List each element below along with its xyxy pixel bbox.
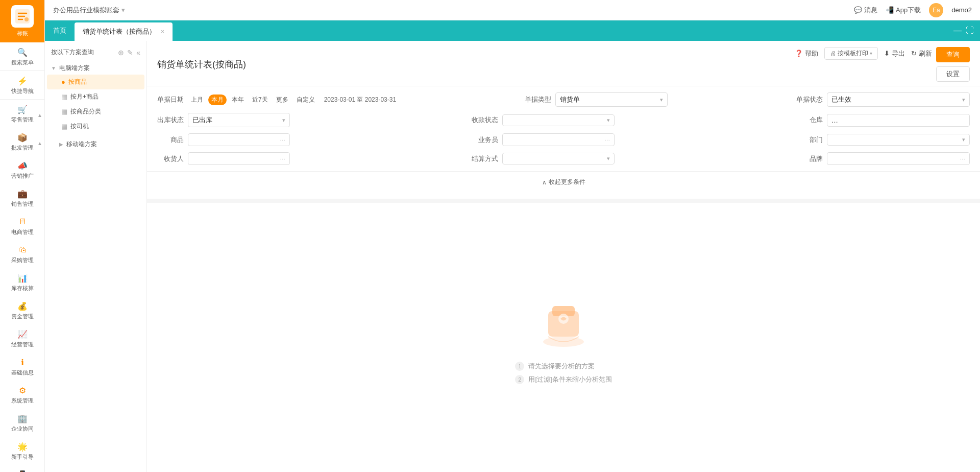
query-btn[interactable]: 查询: [936, 47, 970, 62]
user-avatar[interactable]: Ea: [929, 3, 943, 17]
product-label: 商品: [157, 135, 184, 145]
logo[interactable]: 标账: [0, 0, 44, 42]
topbar-arrow: ▾: [121, 6, 125, 14]
right-main: 销货单统计表(按商品) ❓ 帮助 🖨 按模板打印: [147, 41, 980, 472]
help-label: 帮助: [805, 49, 818, 58]
help-btn[interactable]: ❓ 帮助: [795, 49, 818, 58]
sales-label: 销售管理: [11, 200, 34, 208]
scheme-add-btn[interactable]: ⊕: [118, 49, 124, 57]
logo-icon: [11, 5, 34, 28]
sales-icon: 💼: [17, 188, 28, 199]
scheme-section-pc-header[interactable]: ▼ 电脑端方案: [45, 62, 146, 75]
tab-maximize-btn[interactable]: ⛶: [966, 26, 974, 35]
scheme-edit-btn[interactable]: ✎: [127, 49, 133, 57]
quick-nav-item[interactable]: ⚡ 快捷导航: [0, 71, 44, 100]
export-btn[interactable]: ⬇ 导出: [884, 49, 905, 58]
date-tab-more[interactable]: 更多: [273, 95, 291, 105]
tab-home[interactable]: 首页: [45, 20, 75, 41]
wholesale-icon: 📦: [17, 132, 28, 143]
nav-icon: ⚡: [17, 75, 28, 86]
settings-btn[interactable]: 设置: [936, 66, 970, 82]
tab-sales-stat[interactable]: 销货单统计表（按商品） ×: [75, 22, 173, 41]
scheme-section-mobile-header[interactable]: ▶ 移动端方案: [45, 138, 146, 151]
inventory-icon: 📊: [17, 272, 28, 284]
out-status-select[interactable]: 已出库 ▾: [188, 113, 290, 127]
sidebar-item-purchase[interactable]: 🛍 采购管理: [0, 240, 44, 268]
sidebar-item-guide[interactable]: 🌟 新手引导: [0, 437, 44, 465]
refresh-label: 刷新: [919, 49, 932, 58]
scheme-item-driver[interactable]: ▦ 按司机: [47, 119, 144, 134]
product-select[interactable]: ···: [188, 133, 290, 146]
collect-status-select[interactable]: ▾: [502, 114, 615, 126]
doc-type-arrow: ▾: [660, 97, 663, 103]
ecommerce-icon: 🖥: [17, 216, 28, 227]
scheme-item-category[interactable]: ▦ 按商品分类: [47, 104, 144, 119]
filter-row-2: 出库状态 已出库 ▾ 收款状态 ▾ 仓库 …: [157, 113, 970, 127]
doc-type-select[interactable]: 销货单 ▾: [555, 92, 668, 107]
scheme-item-icon-driver: ▦: [61, 123, 67, 130]
sidebar-item-inventory[interactable]: 📊 库存核算: [0, 268, 44, 296]
date-tab-this-month[interactable]: 本月: [208, 95, 227, 105]
quick-nav-label: 快捷导航: [11, 87, 34, 95]
refresh-btn[interactable]: ↻ 刷新: [911, 49, 932, 58]
sidebar-item-finance[interactable]: 💰 资金管理: [0, 296, 44, 324]
sidebar-item-basic[interactable]: ℹ 基础信息: [0, 352, 44, 381]
guide-label: 新手引导: [11, 453, 34, 461]
search-menu-item[interactable]: 🔍 搜索菜单: [0, 42, 44, 71]
message-btn[interactable]: 💬 消息: [854, 6, 877, 15]
tab-home-label: 首页: [53, 26, 66, 35]
tip-text-1: 请先选择要分析的方案: [528, 362, 595, 371]
date-tab-this-year[interactable]: 本年: [229, 95, 247, 105]
doc-status-select[interactable]: 已生效 ▾: [827, 92, 970, 107]
date-tab-custom[interactable]: 自定义: [293, 95, 318, 105]
scheme-header-title: 按以下方案查询: [51, 48, 94, 57]
search-label: 搜索菜单: [11, 59, 34, 66]
filter-row-3: 商品 ··· 业务员 ··· 部门 ▾: [157, 133, 970, 146]
receiver-select[interactable]: ···: [188, 152, 290, 165]
sidebar-item-marketing[interactable]: 📣 营销推广: [0, 156, 44, 184]
sidebar-item-ecommerce[interactable]: 🖥 电商管理: [0, 212, 44, 240]
operation-icon: 📈: [17, 328, 28, 340]
sidebar-item-retail[interactable]: 🛒 零售管理 ▲: [0, 100, 44, 128]
warehouse-select[interactable]: …: [827, 114, 970, 127]
date-tab-last-month[interactable]: 上月: [188, 95, 206, 105]
wholesale-arrow: ▲: [37, 140, 42, 146]
dept-label: 部门: [796, 135, 823, 145]
system-label: 系统管理: [11, 397, 34, 405]
tab-minimize-btn[interactable]: —: [953, 26, 962, 35]
salesman-select[interactable]: ···: [502, 133, 615, 146]
sidebar-item-system[interactable]: ⚙ 系统管理: [0, 381, 44, 409]
brand-select[interactable]: ···: [827, 152, 970, 165]
tab-close-btn[interactable]: ×: [161, 28, 164, 35]
sidebar-item-wholesale[interactable]: 📦 批发管理 ▲: [0, 128, 44, 156]
print-btn[interactable]: 🖨 按模板打印 ▾: [824, 47, 878, 60]
collapse-filter-btn[interactable]: ∧ 收起更多条件: [536, 175, 592, 190]
scheme-item-month-product[interactable]: ▦ 按月+商品: [47, 89, 144, 104]
collapse-label: 收起更多条件: [549, 178, 585, 186]
date-range-value: 2023-03-01 至 2023-03-31: [324, 96, 396, 104]
page-header-actions: ❓ 帮助 🖨 按模板打印 ▾ ⬇ 导出: [795, 47, 932, 60]
scheme-header-actions: ⊕ ✎ «: [118, 49, 140, 57]
scheme-item-label-category: 按商品分类: [70, 107, 101, 116]
sidebar-item-enterprise[interactable]: 🏢 企业协同: [0, 409, 44, 437]
scheme-item-product[interactable]: ● 按商品: [47, 75, 144, 89]
dept-select[interactable]: ▾: [827, 134, 970, 146]
doc-type-label: 单据类型: [525, 95, 551, 104]
scheme-collapse-btn[interactable]: «: [136, 49, 140, 57]
collapse-icon: ∧: [542, 179, 547, 186]
payment-select[interactable]: ▾: [502, 153, 615, 164]
topbar-title: 办公用品行业模拟账套 ▾: [53, 6, 125, 15]
doc-status-value: 已生效: [831, 95, 851, 104]
date-label: 单据日期: [157, 95, 184, 104]
sidebar-item-operation[interactable]: 📈 经营管理: [0, 324, 44, 352]
wholesale-label: 批发管理: [11, 144, 34, 152]
enterprise-icon: 🏢: [17, 413, 28, 424]
purchase-icon: 🛍: [17, 244, 28, 255]
date-tab-last-7days[interactable]: 近7天: [249, 95, 271, 105]
app-download-btn[interactable]: 📲 App下载: [886, 6, 921, 15]
date-tabs: 上月 本月 本年 近7天 更多 自定义 2023-03-01 至 2023-03…: [188, 95, 396, 105]
sidebar-item-apps[interactable]: 📱 应用中心: [0, 465, 44, 472]
sidebar-item-sales[interactable]: 💼 销售管理: [0, 184, 44, 212]
basic-label: 基础信息: [11, 369, 34, 376]
page-title: 销货单统计表(按商品): [157, 58, 246, 70]
